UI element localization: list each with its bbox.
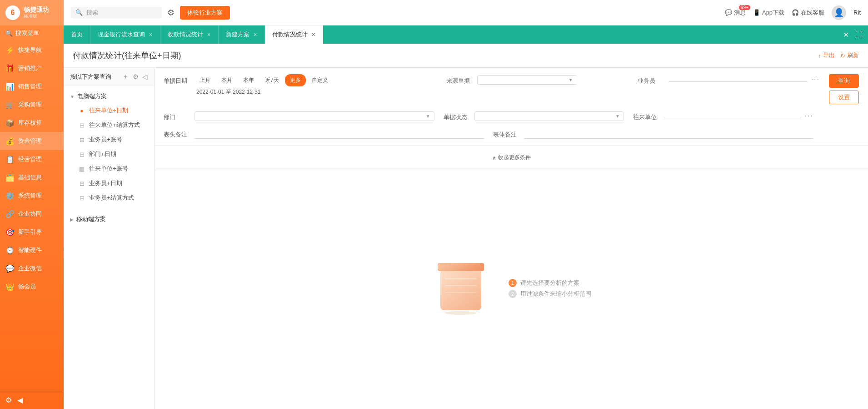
tab-payment[interactable]: 付款情况统计 ✕ (265, 25, 323, 44)
sidebar-item-wechat[interactable]: 💬 企业微信 (0, 259, 64, 278)
scheme-item-salesperson-date[interactable]: ⊞ 业务员+日期 (64, 176, 154, 191)
scheme-settings-icon[interactable]: ⚙ (133, 73, 139, 81)
tab-close-bank-flow[interactable]: ✕ (149, 32, 153, 38)
date-btn-this-month[interactable]: 本月 (216, 74, 237, 86)
app-icon: 📱 (753, 9, 760, 16)
enterprise-icon: 🔗 (5, 209, 15, 218)
topbar-settings-icon[interactable]: ⚙ (167, 8, 175, 18)
scheme-item-bar-icon: ▦ (78, 165, 85, 172)
sidebar-item-purchase[interactable]: 🛒 采购管理 (0, 96, 64, 114)
sidebar-item-sales[interactable]: 📊 销售管理 (0, 77, 64, 96)
topbar-search[interactable]: 🔍 搜索 (71, 7, 162, 19)
tab-expand-icon[interactable]: ⛶ (853, 29, 864, 40)
sidebar-settings-icon[interactable]: ⚙ (5, 396, 12, 404)
scheme-panel-title: 按以下方案查询 (70, 73, 111, 81)
tab-close-payment[interactable]: ✕ (311, 32, 315, 38)
dept-select[interactable]: ▼ (195, 111, 434, 121)
app-download-button[interactable]: 📱 App下载 (753, 9, 784, 17)
date-btn-7days[interactable]: 近7天 (260, 74, 284, 86)
status-select[interactable]: ▼ (474, 111, 624, 121)
collapse-row: ∧ 收起更多条件 (155, 145, 868, 170)
data-area: 单据日期 上月 本月 本年 近7天 更多 自定义 20 (155, 68, 868, 409)
scheme-collapse-icon[interactable]: ◁ (142, 73, 148, 81)
scheme-item-salesperson-settlement[interactable]: ⊞ 业务员+结算方式 (64, 191, 154, 205)
salesperson-input[interactable] (668, 78, 808, 82)
operations-icon: 📋 (5, 155, 15, 164)
empty-hint-2: 2 用过滤条件来缩小分析范围 (509, 290, 591, 298)
user-avatar[interactable]: 👤 (832, 5, 846, 20)
collapse-button[interactable]: ∧ 收起更多条件 (492, 150, 531, 165)
table-header-input[interactable] (195, 128, 484, 139)
support-icon: 🎧 (792, 9, 799, 16)
pc-group-header[interactable]: ▼ 电脑端方案 (64, 90, 154, 103)
guide-icon: 🎯 (5, 227, 15, 237)
content-body: 按以下方案查询 ＋ ⚙ ◁ ▼ 电脑端方案 ● 往来单位+日期 ⊞ (64, 68, 868, 409)
tab-collection[interactable]: 收款情况统计 ✕ (160, 25, 219, 44)
source-select[interactable]: ▼ (477, 75, 577, 85)
scheme-item-dept-date[interactable]: ⊞ 部门+日期 (64, 147, 154, 162)
hint-num-2: 2 (509, 290, 517, 298)
tab-close-collection[interactable]: ✕ (207, 32, 211, 38)
table-body-input[interactable] (524, 128, 813, 139)
scheme-item-grid-icon-4: ⊞ (78, 180, 85, 187)
hardware-icon: ⌚ (5, 246, 15, 255)
tab-close-new-scheme[interactable]: ✕ (253, 32, 257, 38)
topbar-search-icon: 🔍 (75, 9, 83, 16)
sidebar-item-system[interactable]: ⚙️ 系统管理 (0, 187, 64, 205)
scheme-item-grid-icon-2: ⊞ (78, 136, 85, 143)
export-button[interactable]: ↑ 导出 (818, 51, 835, 60)
sidebar-item-member[interactable]: 👑 畅会员 (0, 278, 64, 296)
page-title: 付款情况统计(往来单位+日期) (73, 50, 181, 61)
wechat-icon: 💬 (5, 264, 15, 273)
sidebar-item-marketing[interactable]: 🎁 营销推广 (0, 59, 64, 77)
mobile-group-header[interactable]: ▶ 移动端方案 (64, 212, 154, 226)
sidebar-item-guide[interactable]: 🎯 新手引导 (0, 223, 64, 241)
scheme-add-icon[interactable]: ＋ (122, 72, 129, 81)
tab-close-all-icon[interactable]: ✕ (841, 29, 851, 41)
sidebar-item-operations[interactable]: 📋 经营管理 (0, 150, 64, 168)
sidebar-item-hardware[interactable]: ⌚ 智能硬件 (0, 241, 64, 259)
empty-hints: 1 请先选择要分析的方案 2 用过滤条件来缩小分析范围 (509, 279, 591, 301)
online-support-button[interactable]: 🎧 在线客服 (792, 9, 824, 17)
date-btn-custom[interactable]: 自定义 (307, 74, 333, 86)
salesperson-dots-icon[interactable]: ··· (811, 76, 820, 84)
scheme-item-grid-icon-1: ⊞ (78, 121, 85, 129)
dept-arrow-icon: ▼ (426, 114, 430, 119)
sidebar-item-quick-nav[interactable]: ⚡ 快捷导航 (0, 41, 64, 59)
sidebar-collapse-icon[interactable]: ◀ (17, 396, 23, 404)
message-button[interactable]: 💬 消息 99+ (725, 9, 746, 17)
date-btn-this-year[interactable]: 本年 (238, 74, 259, 86)
tabbar: 首页 现金银行流水查询 ✕ 收款情况统计 ✕ 新建方案 ✕ 付款情况统计 ✕ ✕… (64, 25, 868, 44)
counterparty-dots-icon[interactable]: ··· (805, 112, 813, 120)
scheme-panel-header: 按以下方案查询 ＋ ⚙ ◁ (64, 68, 154, 86)
scheme-item-counterparty-date[interactable]: ● 往来单位+日期 (64, 103, 154, 118)
user-name[interactable]: Rit (853, 9, 861, 16)
sidebar-item-basic-info[interactable]: 🗂️ 基础信息 (0, 168, 64, 187)
query-buttons: 查询 设置 (829, 74, 859, 104)
tab-new-scheme[interactable]: 新建方案 ✕ (219, 25, 265, 44)
settings-button[interactable]: 设置 (829, 91, 859, 104)
source-arrow-icon: ▼ (569, 77, 573, 82)
logo-icon: 6 (5, 5, 20, 20)
scheme-item-salesperson-account[interactable]: ⊞ 业务员+账号 (64, 132, 154, 147)
status-arrow-icon: ▼ (615, 114, 620, 119)
refresh-button[interactable]: ↻ 刷新 (840, 51, 859, 60)
counterparty-input[interactable] (664, 114, 801, 118)
sidebar-item-finance[interactable]: 💰 资金管理 (0, 132, 64, 150)
sidebar-item-inventory[interactable]: 📦 库存核算 (0, 114, 64, 132)
date-btn-last-month[interactable]: 上月 (195, 74, 215, 86)
trial-button[interactable]: 体验行业方案 (180, 6, 230, 20)
source-label: 来源单据 (446, 74, 474, 85)
topbar-right: 💬 消息 99+ 📱 App下载 🎧 在线客服 👤 Rit (725, 5, 861, 20)
scheme-item-counterparty-settlement[interactable]: ⊞ 往来单位+结算方式 (64, 118, 154, 132)
query-button[interactable]: 查询 (829, 74, 859, 88)
topbar: 🔍 搜索 ⚙ 体验行业方案 💬 消息 99+ 📱 App下载 🎧 在线客服 👤 … (64, 0, 868, 25)
sidebar-item-enterprise[interactable]: 🔗 企业协同 (0, 205, 64, 223)
scheme-item-counterparty-account[interactable]: ▦ 往来单位+账号 (64, 162, 154, 176)
tab-bank-flow[interactable]: 现金银行流水查询 ✕ (90, 25, 160, 44)
sidebar-search-menu[interactable]: 🔍 搜索菜单 (0, 25, 64, 41)
sidebar: 6 畅捷通坊 标准版 🔍 搜索菜单 ⚡ 快捷导航 🎁 营销推广 📊 销售管理 🛒… (0, 0, 64, 409)
date-btn-more[interactable]: 更多 (285, 74, 306, 86)
tab-home[interactable]: 首页 (64, 25, 90, 44)
basic-info-icon: 🗂️ (5, 173, 15, 182)
